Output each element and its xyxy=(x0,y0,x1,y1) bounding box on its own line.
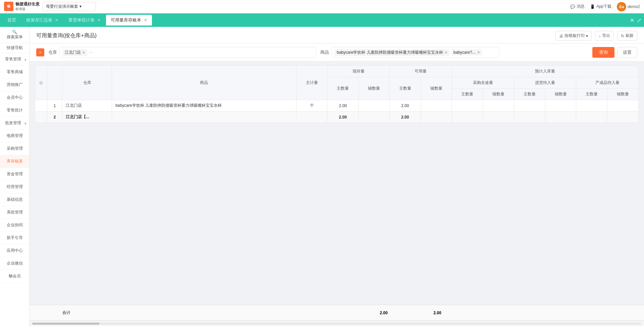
template-print-btn[interactable]: 🖨 按模板打印 ▾ xyxy=(555,31,592,41)
brand-name: 畅捷通好生意 xyxy=(15,2,40,6)
chevron-icon: ▲ xyxy=(24,57,27,61)
th-main-unit: 主计量 xyxy=(296,66,327,100)
sidebar-item-inventory[interactable]: 库存核算 xyxy=(0,155,29,168)
product-tag-2: babycare?... ✕ xyxy=(451,49,482,55)
phone-icon: 📱 xyxy=(590,4,595,9)
chevron-icon-2: ▲ xyxy=(24,121,27,125)
nav-right-icons: ✕ ⤢ xyxy=(630,17,641,24)
scroll-thumb[interactable] xyxy=(32,323,99,325)
print-dropdown-icon: ▾ xyxy=(586,34,588,38)
th-stock-sub: 辅数量 xyxy=(359,77,390,100)
th-index xyxy=(47,66,62,100)
product-tag-close-2[interactable]: ✕ xyxy=(477,50,480,55)
sidebar-item-app-center[interactable]: 应用中心 xyxy=(0,244,29,257)
page-actions: 🖨 按模板打印 ▾ ↓ 导出 ↻ 刷新 xyxy=(555,31,637,41)
main-layout: 🔍 搜索菜单 快捷导航 零售管理 ▲ 零售商城 营销推广 会员中心 零售统计 批… xyxy=(0,27,644,326)
product-tag-close-1[interactable]: ✕ xyxy=(444,50,447,55)
data-table: ⚙ 仓库 商品 主计量 现存量 可用量 预计入库量 主数量 辅数量 主数量 xyxy=(35,65,639,123)
tab-home[interactable]: 首页 xyxy=(3,15,21,26)
th-goods-incoming-group: 进货待入量 xyxy=(514,77,576,89)
th-gi-sub: 辅数量 xyxy=(545,89,576,100)
table-row: 2 江北门店【... 2.00 2.00 xyxy=(35,111,639,123)
sidebar-item-member[interactable]: 会员中心 xyxy=(0,91,29,104)
refresh-btn[interactable]: ↻ 刷新 xyxy=(617,31,637,41)
sidebar: 🔍 搜索菜单 快捷导航 零售管理 ▲ 零售商城 营销推广 会员中心 零售统计 批… xyxy=(0,27,30,326)
th-stock-group: 现存量 xyxy=(327,66,390,77)
scroll-bar-area xyxy=(30,321,644,326)
logo-icon: 畅 xyxy=(4,2,13,11)
print-icon: 🖨 xyxy=(559,34,563,38)
query-btn[interactable]: 查询 xyxy=(592,47,614,58)
tab-requisition-label: 要货单统计表 xyxy=(68,17,95,23)
th-available-group: 可用量 xyxy=(389,66,452,77)
table-footer: 合计 2.00 2.00 xyxy=(30,305,644,321)
th-stock-main: 主数量 xyxy=(327,77,359,100)
sidebar-item-wechat[interactable]: 企业微信 xyxy=(0,257,29,270)
tab-close-available[interactable]: ✕ xyxy=(144,18,147,22)
brand-info: 畅捷通好生意 标准版 xyxy=(15,2,40,11)
sidebar-item-retail-stats[interactable]: 零售统计 xyxy=(0,104,29,117)
sidebar-item-operations[interactable]: 经营管理 xyxy=(0,181,29,193)
sidebar-search[interactable]: 🔍 搜索菜单 xyxy=(0,27,29,43)
th-pi-main: 主数量 xyxy=(576,89,607,100)
warehouse-more[interactable]: ··· xyxy=(89,50,93,55)
export-icon: ↓ xyxy=(599,34,601,38)
refresh-icon: ↻ xyxy=(621,34,624,38)
sidebar-item-member2[interactable]: 畅会员 xyxy=(0,270,29,283)
content-area: 可用量查询(按仓库+商品) 🖨 按模板打印 ▾ ↓ 导出 ↻ 刷新 xyxy=(30,27,644,326)
sidebar-item-basic-info[interactable]: 基础信息 xyxy=(0,193,29,206)
message-btn[interactable]: 💬 消息 xyxy=(570,4,585,9)
gear-icon[interactable]: ⚙ xyxy=(39,80,43,86)
sidebar-item-purchase[interactable]: 采购管理 xyxy=(0,142,29,155)
th-product: 商品 xyxy=(112,66,297,100)
scroll-track[interactable] xyxy=(32,323,641,325)
store-selector[interactable]: 母婴行业演示账套 ▾ xyxy=(42,2,96,11)
sidebar-quick-nav[interactable]: 快捷导航 xyxy=(0,43,29,53)
app-download-btn[interactable]: 📱 App下载 xyxy=(590,4,611,9)
filter-bar: » 仓库 江北门店 ✕ ··· 商品 babycare学饮杯 儿童防摔防撞吸管杯… xyxy=(30,44,644,61)
footer-label: 合计 xyxy=(59,308,86,318)
sidebar-item-marketing[interactable]: 营销推广 xyxy=(0,79,29,91)
sidebar-item-system[interactable]: 系统管理 xyxy=(0,206,29,219)
filter-settings-btn[interactable]: 设置 xyxy=(617,47,637,58)
sidebar-item-retail-mgmt[interactable]: 零售管理 ▲ xyxy=(0,53,29,66)
tab-close-requisition[interactable]: ✕ xyxy=(97,18,101,22)
filter-actions: 查询 设置 xyxy=(592,47,637,58)
sidebar-item-retail-mall[interactable]: 零售商城 xyxy=(0,66,29,79)
sidebar-item-enterprise[interactable]: 企业协同 xyxy=(0,219,29,232)
window-close-icon[interactable]: ✕ xyxy=(630,17,634,24)
tab-close-receivable[interactable]: ✕ xyxy=(55,18,58,22)
tab-home-label: 首页 xyxy=(7,17,16,23)
sidebar-item-newbie[interactable]: 新手引导 xyxy=(0,232,29,244)
page-header: 可用量查询(按仓库+商品) 🖨 按模板打印 ▾ ↓ 导出 ↻ 刷新 xyxy=(30,27,644,44)
tab-available-label: 可用量库存账本 xyxy=(111,17,141,23)
th-pt-main: 主数量 xyxy=(452,89,483,100)
top-bar-left: 畅 畅捷通好生意 标准版 母婴行业演示账套 ▾ xyxy=(4,2,96,11)
window-maximize-icon[interactable]: ⤢ xyxy=(637,17,641,24)
export-btn[interactable]: ↓ 导出 xyxy=(595,31,614,41)
th-gi-main: 主数量 xyxy=(514,89,545,100)
product-tags-container[interactable]: babycare学饮杯 儿童防摔防撞吸管杯重力球吸嘴杯宝宝水杯 ✕ babyca… xyxy=(332,47,499,58)
warehouse-tag-close[interactable]: ✕ xyxy=(82,50,85,55)
top-bar-right: 💬 消息 📱 App下载 Ea demo2 xyxy=(570,2,640,11)
th-avail-main: 主数量 xyxy=(389,77,421,100)
sidebar-item-finance[interactable]: 资金管理 xyxy=(0,168,29,181)
logo-area: 畅 畅捷通好生意 标准版 xyxy=(4,2,40,11)
tab-receivable[interactable]: 收发存汇总表 ✕ xyxy=(21,15,63,26)
sidebar-item-wholesale[interactable]: 批发管理 ▲ xyxy=(0,117,29,130)
tab-available[interactable]: 可用量库存账本 ✕ xyxy=(106,15,152,26)
tab-receivable-label: 收发存汇总表 xyxy=(26,17,52,23)
th-product-incoming-group: 产成品待入量 xyxy=(576,77,639,89)
message-icon: 💬 xyxy=(570,4,575,9)
tab-requisition[interactable]: 要货单统计表 ✕ xyxy=(64,15,105,26)
filter-expand-btn[interactable]: » xyxy=(36,48,44,56)
warehouse-tags-container[interactable]: 江北门店 ✕ ··· xyxy=(60,47,316,58)
th-settings: ⚙ xyxy=(35,66,47,100)
dropdown-icon: ▾ xyxy=(79,4,82,9)
product-filter: 商品 babycare学饮杯 儿童防摔防撞吸管杯重力球吸嘴杯宝宝水杯 ✕ bab… xyxy=(320,47,588,58)
page-title: 可用量查询(按仓库+商品) xyxy=(36,32,97,39)
avatar: Ea xyxy=(617,2,626,11)
sidebar-item-ecommerce[interactable]: 电商管理 xyxy=(0,130,29,142)
user-profile[interactable]: Ea demo2 xyxy=(617,2,640,11)
top-bar: 畅 畅捷通好生意 标准版 母婴行业演示账套 ▾ 💬 消息 📱 App下载 Ea … xyxy=(0,0,644,13)
